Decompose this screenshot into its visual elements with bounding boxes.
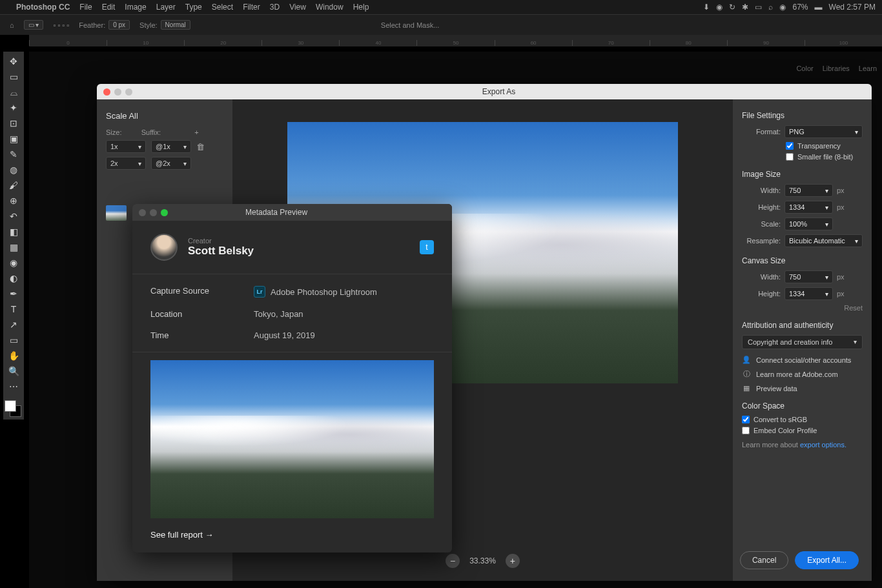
- zoom-out-button[interactable]: −: [446, 554, 460, 568]
- close-icon[interactable]: [103, 88, 110, 96]
- srgb-checkbox[interactable]: [742, 416, 750, 423]
- sync-icon[interactable]: ↻: [729, 3, 735, 12]
- export-all-button[interactable]: Export All...: [795, 551, 859, 569]
- app-name[interactable]: Photoshop CC: [16, 3, 70, 12]
- menu-file[interactable]: File: [79, 3, 92, 12]
- path-tool[interactable]: ↗: [5, 318, 23, 332]
- color-swatches[interactable]: [5, 400, 21, 417]
- metadata-preview-image: [150, 360, 434, 518]
- move-tool[interactable]: ✥: [5, 54, 23, 68]
- menu-filter[interactable]: Filter: [243, 3, 260, 12]
- suffix-select-2[interactable]: @2x▾: [151, 157, 191, 170]
- crop-tool[interactable]: ⊡: [5, 116, 23, 130]
- edit-toolbar[interactable]: ⋯: [5, 380, 23, 394]
- px-unit: px: [837, 187, 845, 194]
- menu-image[interactable]: Image: [125, 3, 146, 12]
- hand-tool[interactable]: ✋: [5, 349, 23, 363]
- marquee-tool[interactable]: ▭: [5, 70, 23, 84]
- resample-select[interactable]: Bicubic Automatic▾: [785, 234, 863, 247]
- menu-layer[interactable]: Layer: [156, 3, 176, 12]
- width-label: Width:: [742, 187, 781, 194]
- eraser-tool[interactable]: ◧: [5, 225, 23, 239]
- file-thumbnail: [106, 205, 127, 221]
- pen-tool[interactable]: ✒: [5, 287, 23, 301]
- add-scale-button[interactable]: +: [194, 128, 223, 136]
- smaller-file-checkbox[interactable]: [786, 153, 794, 161]
- transparency-checkbox[interactable]: [786, 142, 794, 150]
- delete-row-icon[interactable]: 🗑: [196, 142, 205, 152]
- selection-mode-icons[interactable]: ▫ ▫ ▫ ▫: [53, 21, 69, 29]
- minimize-icon[interactable]: [150, 209, 157, 216]
- embed-profile-checkbox[interactable]: [742, 427, 750, 434]
- learn-adobe-link[interactable]: ⓘLearn more at Adobe.com: [742, 369, 863, 379]
- tab-learn[interactable]: Learn: [859, 65, 877, 72]
- menu-3d[interactable]: 3D: [270, 3, 280, 12]
- zoom-level: 33.33%: [469, 556, 496, 565]
- settings-icon[interactable]: ✱: [742, 3, 748, 12]
- height-input[interactable]: 1334▾: [785, 201, 833, 214]
- scale-input[interactable]: 100%▾: [785, 218, 833, 230]
- home-icon[interactable]: ⌂: [10, 21, 14, 29]
- frame-tool[interactable]: ▣: [5, 132, 23, 146]
- capture-source-val: Adobe Photoshop Lightroom: [271, 287, 377, 297]
- twitter-icon[interactable]: t: [420, 240, 434, 254]
- menu-help[interactable]: Help: [353, 3, 369, 12]
- shape-tool[interactable]: ▭: [5, 333, 23, 347]
- blur-tool[interactable]: ◉: [5, 256, 23, 270]
- search-icon[interactable]: ⌕: [768, 3, 773, 12]
- dodge-tool[interactable]: ◐: [5, 271, 23, 285]
- cancel-button[interactable]: Cancel: [740, 551, 788, 569]
- style-select[interactable]: Normal: [161, 20, 190, 30]
- lasso-tool[interactable]: ⌓: [5, 85, 23, 99]
- wand-tool[interactable]: ✦: [5, 101, 23, 115]
- connect-accounts-link[interactable]: 👤Connect social/other accounts: [742, 356, 863, 364]
- suffix-header: Suffix:: [141, 128, 170, 136]
- heal-tool[interactable]: ◍: [5, 163, 23, 177]
- type-tool[interactable]: T: [5, 302, 23, 316]
- reset-link[interactable]: Reset: [742, 304, 863, 312]
- select-and-mask-button[interactable]: Select and Mask...: [381, 21, 440, 29]
- export-options-link[interactable]: export options.: [800, 441, 846, 449]
- time-key: Time: [150, 330, 254, 340]
- dropbox-icon[interactable]: ⬇: [703, 3, 710, 12]
- dialog-titlebar[interactable]: Export As: [97, 84, 872, 99]
- history-brush-tool[interactable]: ↶: [5, 209, 23, 223]
- gradient-tool[interactable]: ▦: [5, 240, 23, 254]
- zoom-tool[interactable]: 🔍: [5, 364, 23, 378]
- stamp-tool[interactable]: ⊕: [5, 194, 23, 208]
- menu-select[interactable]: Select: [212, 3, 233, 12]
- maximize-icon[interactable]: [161, 209, 168, 216]
- tab-color[interactable]: Color: [796, 65, 813, 72]
- scale-all-label: Scale All: [106, 111, 223, 121]
- close-icon[interactable]: [139, 209, 146, 216]
- menu-window[interactable]: Window: [316, 3, 344, 12]
- right-panel-tabs: Color Libraries Learn: [796, 65, 877, 72]
- wifi-icon[interactable]: ◉: [779, 3, 786, 12]
- menu-edit[interactable]: Edit: [102, 3, 116, 12]
- preview-data-link[interactable]: ▦Preview data: [742, 384, 863, 392]
- metadata-titlebar[interactable]: Metadata Preview: [132, 204, 452, 221]
- battery-icon[interactable]: ▬: [815, 3, 823, 12]
- menu-view[interactable]: View: [289, 3, 306, 12]
- width-input[interactable]: 750▾: [785, 184, 833, 197]
- tab-libraries[interactable]: Libraries: [823, 65, 850, 72]
- see-full-report-link[interactable]: See full report →: [150, 530, 434, 540]
- suffix-select-1[interactable]: @1x▾: [151, 140, 191, 153]
- size-select-1[interactable]: 1x▾: [106, 140, 146, 153]
- attribution-select[interactable]: Copyright and creation info▾: [742, 335, 863, 349]
- format-select[interactable]: PNG▾: [785, 125, 863, 138]
- canvas-width-input[interactable]: 750▾: [785, 270, 833, 283]
- minimize-icon: [114, 88, 121, 96]
- brush-tool[interactable]: 🖌: [5, 178, 23, 192]
- zoom-in-button[interactable]: +: [506, 554, 520, 568]
- marquee-tool-preset[interactable]: ▭ ▾: [24, 20, 44, 30]
- cc-icon[interactable]: ◉: [716, 3, 723, 12]
- display-icon[interactable]: ▭: [755, 3, 762, 12]
- menu-bar: Photoshop CC File Edit Image Layer Type …: [0, 0, 882, 14]
- menu-type[interactable]: Type: [185, 3, 202, 12]
- transparency-label: Transparency: [797, 142, 841, 150]
- eyedropper-tool[interactable]: ✎: [5, 147, 23, 161]
- canvas-height-input[interactable]: 1334▾: [785, 287, 833, 300]
- feather-input[interactable]: 0 px: [108, 20, 130, 30]
- size-select-2[interactable]: 2x▾: [106, 157, 146, 170]
